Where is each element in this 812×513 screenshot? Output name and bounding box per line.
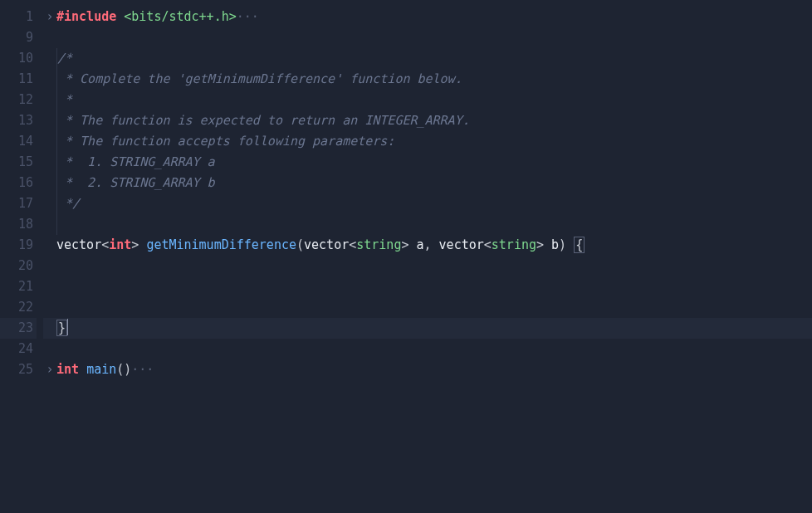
code-line[interactable]: ›#include <bits/stdc++.h>··· — [43, 7, 812, 27]
code-line[interactable] — [43, 339, 812, 359]
fold-chevron-icon[interactable]: › — [43, 359, 56, 380]
token-comment: * The function accepts following paramet… — [57, 134, 394, 149]
line-number: 23 — [0, 318, 37, 339]
token-function: getMinimumDifference — [146, 237, 296, 252]
bracket-match-highlight: } — [56, 320, 67, 336]
token-comment: * — [57, 92, 72, 107]
token-keyword: int — [109, 237, 131, 252]
code-line[interactable]: * — [43, 90, 812, 110]
fold-dots-icon[interactable]: ··· — [237, 9, 259, 24]
code-line[interactable] — [43, 27, 812, 48]
token-type: string — [356, 237, 401, 252]
token-comment: */ — [57, 196, 80, 211]
bracket-match-highlight: { — [574, 237, 585, 253]
line-number: 1 — [0, 7, 37, 27]
code-line[interactable] — [43, 256, 812, 276]
token-type: vector — [439, 237, 484, 252]
code-editor[interactable]: 1 9 10 11 12 13 14 15 16 17 18 19 20 21 … — [0, 0, 812, 513]
token-type: vector — [304, 237, 349, 252]
line-number: 9 — [0, 27, 37, 48]
line-number: 13 — [0, 110, 37, 131]
text-cursor — [67, 319, 68, 335]
token-identifier: a — [408, 237, 423, 252]
code-line[interactable]: * 2. STRING_ARRAY b — [43, 173, 812, 193]
code-line[interactable]: * The function is expected to return an … — [43, 110, 812, 131]
code-line[interactable] — [43, 276, 812, 297]
line-number: 22 — [0, 297, 37, 318]
line-number: 18 — [0, 214, 37, 235]
token-type: string — [492, 237, 536, 252]
line-number: 15 — [0, 152, 37, 173]
line-number: 16 — [0, 173, 37, 193]
fold-dots-icon[interactable]: ··· — [131, 362, 154, 377]
code-line[interactable]: /* — [43, 48, 812, 69]
code-line[interactable]: * Complete the 'getMinimumDifference' fu… — [43, 69, 812, 90]
token-function: main — [86, 362, 116, 377]
token-parens: () — [116, 362, 131, 377]
code-line[interactable] — [43, 214, 812, 235]
token-preprocessor: #include — [56, 9, 116, 24]
line-number: 14 — [0, 131, 37, 152]
code-line[interactable]: */ — [43, 193, 812, 214]
token-identifier: b — [544, 237, 559, 252]
code-line[interactable]: * The function accepts following paramet… — [43, 131, 812, 152]
line-number: 21 — [0, 276, 37, 297]
token-include-path: <bits/stdc++.h> — [124, 9, 236, 24]
code-line[interactable]: ›int main()··· — [43, 359, 812, 380]
line-number: 11 — [0, 69, 37, 90]
code-line[interactable] — [43, 297, 812, 318]
token-comment: * 2. STRING_ARRAY b — [57, 175, 215, 190]
token-comment: /* — [57, 51, 72, 66]
code-line-active[interactable]: } — [43, 318, 812, 339]
line-number-gutter: 1 9 10 11 12 13 14 15 16 17 18 19 20 21 … — [0, 0, 43, 513]
token-comment: * The function is expected to return an … — [57, 113, 470, 128]
code-line[interactable]: vector<int> getMinimumDifference(vector<… — [43, 235, 812, 256]
token-keyword: int — [56, 362, 79, 377]
code-line[interactable]: * 1. STRING_ARRAY a — [43, 152, 812, 173]
code-content[interactable]: ›#include <bits/stdc++.h>··· /* * Comple… — [43, 0, 812, 513]
line-number: 25 — [0, 359, 37, 380]
fold-chevron-icon[interactable]: › — [43, 7, 56, 27]
line-number: 17 — [0, 193, 37, 214]
line-number: 20 — [0, 256, 37, 276]
line-number: 19 — [0, 235, 37, 256]
token-comment: * 1. STRING_ARRAY a — [57, 154, 215, 169]
token-comment: * Complete the 'getMinimumDifference' fu… — [57, 71, 462, 86]
line-number: 10 — [0, 48, 37, 69]
token-type: vector — [56, 237, 101, 252]
line-number: 24 — [0, 339, 37, 359]
line-number: 12 — [0, 90, 37, 110]
